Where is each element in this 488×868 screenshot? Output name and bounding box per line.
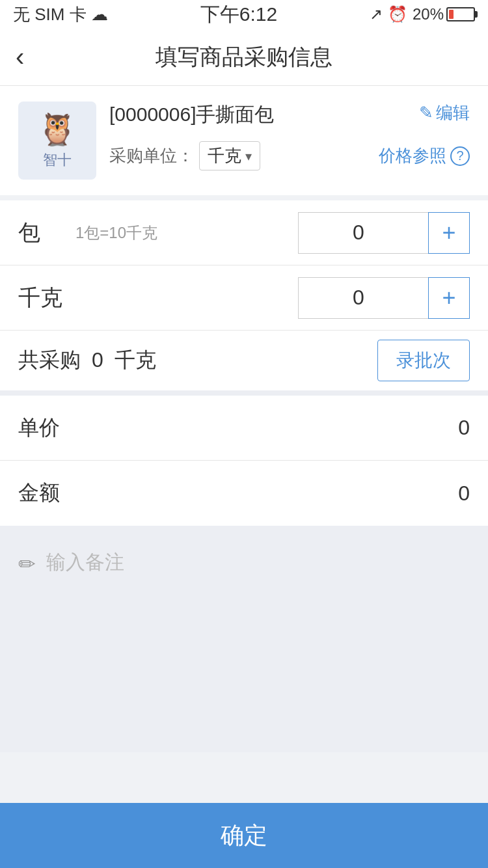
quantity-input-group-kg: + <box>298 277 470 319</box>
amount-value: 0 <box>458 481 470 506</box>
remark-placeholder: 输入备注 <box>46 549 124 576</box>
product-card: 🦉 智十 [0000006]手撕面包 ✎ 编辑 采购单位： 千克 ▾ <box>0 86 488 200</box>
unit-select[interactable]: 千克 ▾ <box>199 141 260 170</box>
unit-label: 采购单位： <box>109 144 194 167</box>
unit-price-row: 单价 0 <box>0 396 488 461</box>
product-image: 🦉 智十 <box>18 102 96 180</box>
quantity-label-bao: 包 <box>18 218 70 248</box>
sim-label: 无 SIM 卡 ☁ <box>13 3 108 26</box>
summary-prefix: 共采购 <box>18 348 81 372</box>
edit-icon: ✎ <box>419 103 433 123</box>
quantity-input-bao[interactable] <box>298 212 428 254</box>
edit-button[interactable]: ✎ 编辑 <box>419 102 470 124</box>
dropdown-icon: ▾ <box>245 148 252 164</box>
product-logo-icon: 🦉 <box>38 111 77 148</box>
quantity-plus-bao[interactable]: + <box>428 212 470 254</box>
battery-fill <box>449 10 454 19</box>
nav-bar: ‹ 填写商品采购信息 <box>0 29 488 86</box>
quantity-row-kg: 千克 + <box>0 265 488 331</box>
alarm-icon: ⏰ <box>388 5 407 23</box>
summary-row: 共采购 0 千克 录批次 <box>0 331 488 396</box>
status-left: 无 SIM 卡 ☁ <box>13 3 108 26</box>
pencil-icon: ✏ <box>18 552 36 576</box>
batch-button[interactable]: 录批次 <box>377 340 470 381</box>
battery-percent: 20% <box>413 5 444 23</box>
product-unit-row: 采购单位： 千克 ▾ 价格参照 ? <box>109 141 470 170</box>
help-icon: ? <box>450 146 470 166</box>
unit-price-value: 0 <box>458 416 470 440</box>
unit-value: 千克 <box>208 144 241 167</box>
unit-price-label: 单价 <box>18 414 60 442</box>
price-section: 单价 0 金额 0 <box>0 396 488 531</box>
status-time: 下午6:12 <box>200 1 277 28</box>
quantity-input-group-bao: + <box>298 212 470 254</box>
status-right: ↗ ⏰ 20% <box>370 5 475 23</box>
back-button[interactable]: ‹ <box>16 42 24 72</box>
amount-row: 金额 0 <box>0 461 488 526</box>
location-icon: ↗ <box>370 5 383 23</box>
summary-text: 共采购 0 千克 <box>18 346 156 375</box>
battery-icon <box>446 7 475 21</box>
quantity-section: 包 1包=10千克 + 千克 + 共采购 0 千克 录批次 <box>0 200 488 396</box>
quantity-row-bao: 包 1包=10千克 + <box>0 200 488 265</box>
price-ref-button[interactable]: 价格参照 ? <box>379 144 470 167</box>
quantity-sublabel-bao: 1包=10千克 <box>75 223 157 243</box>
quantity-label-kg: 千克 <box>18 283 70 313</box>
product-header: [0000006]手撕面包 ✎ 编辑 <box>109 102 470 128</box>
battery-indicator: 20% <box>413 5 475 23</box>
product-logo-label: 智十 <box>43 150 72 170</box>
product-info: [0000006]手撕面包 ✎ 编辑 采购单位： 千克 ▾ 价格参照 ? <box>109 102 470 170</box>
quantity-input-kg[interactable] <box>298 277 428 319</box>
price-ref-label: 价格参照 <box>379 144 446 167</box>
edit-label: 编辑 <box>436 102 470 124</box>
product-name: [0000006]手撕面包 <box>109 102 274 128</box>
confirm-label: 确定 <box>221 820 267 852</box>
summary-amount: 0 <box>92 348 103 372</box>
quantity-plus-kg[interactable]: + <box>428 277 470 319</box>
amount-label: 金额 <box>18 479 60 508</box>
summary-unit: 千克 <box>115 348 156 372</box>
page-title: 填写商品采购信息 <box>156 42 332 72</box>
confirm-button[interactable]: 确定 <box>0 803 488 868</box>
status-bar: 无 SIM 卡 ☁ 下午6:12 ↗ ⏰ 20% <box>0 0 488 29</box>
remark-section[interactable]: ✏ 输入备注 <box>0 531 488 752</box>
